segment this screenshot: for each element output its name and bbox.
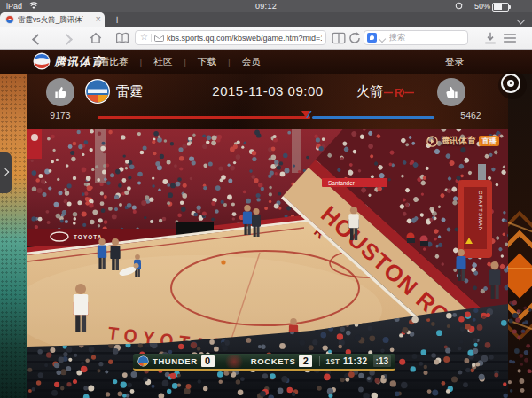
favorite-star-icon[interactable]: ☆: [140, 32, 148, 42]
browser-toolbar: ☆ kbs.sports.qq.com/kbsweb/game.htm?mid=…: [0, 27, 532, 50]
page-background-right: [508, 50, 532, 398]
home-vote-bar: [98, 116, 310, 119]
forward-button[interactable]: [64, 31, 78, 45]
scoreboard-game-clock: 11:32: [343, 356, 368, 366]
new-tab-button[interactable]: +: [113, 12, 121, 27]
video-player[interactable]: TOYOTA R HOUSTON ROCKETS: [27, 129, 508, 398]
site-badge-icon: [154, 35, 164, 42]
login-link[interactable]: 登录: [445, 56, 464, 68]
svg-text:R: R: [395, 87, 403, 98]
tab-title: 雷霆vs火箭_腾讯体育_...: [18, 15, 83, 26]
nav-download[interactable]: 下载: [198, 56, 216, 68]
scoreboard-away-name: ROCKETS: [251, 356, 296, 366]
back-button[interactable]: [32, 31, 46, 45]
watermark-live-badge: 直播: [479, 136, 499, 146]
home-vote-count: 9173: [35, 110, 85, 121]
scoreboard-period: 1ST: [325, 357, 340, 366]
stanchion-ad-text: CRAFTSMAN: [478, 191, 483, 231]
scoreboard-home-name: THUNDER: [153, 356, 198, 366]
tab-favicon: [5, 15, 14, 24]
battery-icon: [492, 3, 509, 12]
side-panel-toggle[interactable]: [0, 152, 12, 193]
home-button[interactable]: [89, 31, 103, 45]
toyota-board-ad: TOYOTA: [74, 234, 102, 240]
tab-close-icon[interactable]: ×: [96, 13, 101, 24]
watermark: 腾讯体育 直播: [426, 134, 499, 148]
search-field[interactable]: [364, 30, 468, 45]
menu-icon[interactable]: [503, 31, 517, 45]
search-input[interactable]: [387, 32, 466, 43]
away-vote-bar: [312, 116, 434, 119]
search-engine-icon[interactable]: [367, 33, 377, 43]
tab-strip: 雷霆vs火箭_腾讯体育_... × +: [0, 12, 532, 27]
battery-percent: 50%: [474, 2, 490, 11]
page-background-left: [0, 71, 27, 398]
download-icon[interactable]: [483, 31, 497, 45]
status-bar: iPad 09:12 50%: [0, 0, 532, 12]
away-team-name[interactable]: 火箭: [356, 83, 383, 100]
tab-overflow-icon[interactable]: [518, 16, 525, 23]
match-header: 9173 雷霆 2015-11-03 09:00 火箭 R 5462: [27, 74, 508, 129]
active-tab[interactable]: 雷霆vs火箭_腾讯体育_... ×: [0, 12, 105, 27]
scoreboard-gap: [218, 354, 251, 369]
reader-split-icon[interactable]: [332, 31, 346, 45]
screen: iPad 09:12 50% 雷霆vs火箭_腾讯体育_... × +: [0, 0, 532, 398]
url-text: kbs.sports.qq.com/kbsweb/game.htm?mid=1.…: [167, 34, 322, 43]
background-graphic: [508, 50, 532, 398]
home-vote-button[interactable]: [46, 78, 74, 106]
watermark-brand: 腾讯体育: [441, 135, 476, 147]
nav-vip[interactable]: 会员: [242, 56, 261, 68]
vote-ratio-marker: [301, 110, 312, 119]
nav-community[interactable]: 社区: [153, 56, 172, 68]
home-team-name[interactable]: 雷霆: [116, 83, 143, 100]
clock: 09:12: [0, 2, 532, 11]
site-header: 腾讯体育 看比赛 | 社区 | 下载 | 会员 登录: [0, 50, 532, 74]
brand-title[interactable]: 腾讯体育: [54, 54, 104, 70]
reload-icon[interactable]: [348, 31, 362, 45]
main-nav: 看比赛 | 社区 | 下载 | 会员: [100, 56, 272, 68]
rockets-logo: R: [384, 87, 414, 98]
santander-ad: Santander: [328, 180, 356, 186]
rotation-lock-icon: [455, 2, 463, 10]
thunder-logo: [84, 78, 111, 105]
scoreboard-home-score: 0: [201, 355, 215, 367]
scoreboard-thunder-logo: [137, 355, 149, 367]
scoreboard-away-score: 2: [299, 355, 312, 367]
away-vote-button[interactable]: [437, 78, 466, 106]
thumbs-up-icon: [53, 85, 68, 100]
search-engine-dropdown-icon[interactable]: [379, 35, 386, 43]
bookmarks-icon[interactable]: [115, 31, 129, 45]
scoreboard-shot-clock: :13: [373, 355, 391, 367]
watermark-play-icon: [426, 136, 438, 147]
broadcast-scoreboard: THUNDER 0 ROCKETS 2 1ST 11:32 :13: [133, 354, 395, 371]
thumbs-up-icon: [444, 85, 459, 100]
tencent-sports-logo: [33, 52, 51, 70]
floating-target-icon[interactable]: [498, 71, 527, 99]
away-vote-count: 5462: [446, 110, 496, 121]
nav-watch[interactable]: 看比赛: [100, 56, 129, 68]
address-bar[interactable]: ☆ kbs.sports.qq.com/kbsweb/game.htm?mid=…: [135, 30, 326, 45]
